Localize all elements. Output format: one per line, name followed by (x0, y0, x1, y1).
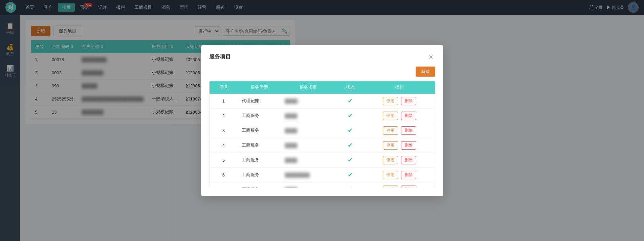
modal-col-seq: 序号 (210, 81, 238, 94)
delete-button-1[interactable]: 删除 (401, 112, 416, 120)
modal-title: 服务项目 (209, 53, 231, 61)
modal-header-row: 序号 服务类型 服务项目 状态 操作 (210, 81, 435, 94)
modal-cell-seq: 5 (210, 153, 238, 167)
modal-cell-item: ████████ (281, 167, 336, 182)
delete-button-4[interactable]: 删除 (401, 156, 416, 164)
modal-cell-item: ████ (281, 153, 336, 167)
delete-button-2[interactable]: 删除 (401, 126, 416, 135)
modal-cell-actions: 停用 删除 (365, 138, 435, 153)
modal-col-action: 操作 (365, 81, 435, 94)
stop-button-5[interactable]: 停用 (383, 171, 398, 179)
modal-cell-actions: 停用 删除 (365, 94, 435, 109)
modal-cell-status: ✔ (336, 153, 365, 167)
modal-cell-type: 工商服务 (238, 153, 281, 167)
modal-cell-status: ✔ (336, 123, 365, 138)
modal-cell-seq: 7 (210, 182, 238, 188)
modal-cell-status: ✔ (336, 94, 365, 109)
modal-cell-seq: 1 (210, 94, 238, 109)
modal-table-wrap: 序号 服务类型 服务项目 状态 操作 1 代理记账 ████1 ✔ 停用 删除 … (209, 81, 435, 188)
modal-close-button[interactable]: ✕ (427, 53, 435, 61)
modal-cell-seq: 6 (210, 167, 238, 182)
modal-cell-type: 代理记账 (238, 94, 281, 109)
modal-cell-status: ✔ (336, 108, 365, 123)
modal-col-item: 服务项目 (281, 81, 336, 94)
delete-button-0[interactable]: 删除 (401, 97, 416, 105)
stop-button-3[interactable]: 停用 (383, 141, 398, 150)
modal-cell-type: 工商服务 (238, 182, 281, 188)
modal-cell-item: ████ (281, 182, 336, 188)
modal-table-row: 4 工商服务 ████ ✔ 停用 删除 (210, 138, 435, 153)
modal-cell-item: ████ (281, 108, 336, 123)
modal-cell-actions: 停用 删除 (365, 108, 435, 123)
modal-col-status: 状态 (336, 81, 365, 94)
modal-cell-item: ████ (281, 138, 336, 153)
modal-cell-type: 工商服务 (238, 123, 281, 138)
modal-cell-status: ✔ (336, 138, 365, 153)
stop-button-4[interactable]: 停用 (383, 156, 398, 164)
modal-cell-actions: 停用 删除 (365, 153, 435, 167)
delete-button-5[interactable]: 删除 (401, 171, 416, 179)
modal-cell-type: 工商服务 (238, 108, 281, 123)
modal-toolbar: 新建 (209, 67, 435, 77)
modal-cell-seq: 2 (210, 108, 238, 123)
delete-button-6[interactable]: 删除 (401, 186, 416, 188)
modal-cell-actions: 停用 删除 (365, 182, 435, 188)
modal-table-row: 5 工商服务 ████ ✔ 停用 删除 (210, 153, 435, 167)
service-modal: 服务项目 ✕ 新建 序号 服务类型 服务项目 状态 操作 1 代理记账 ████… (201, 45, 443, 196)
modal-table-row: 3 工商服务 ████ ✔ 停用 删除 (210, 123, 435, 138)
modal-cell-actions: 停用 删除 (365, 123, 435, 138)
stop-button-1[interactable]: 停用 (383, 112, 398, 120)
modal-cell-item: ████1 (281, 94, 336, 109)
delete-button-3[interactable]: 删除 (401, 141, 416, 150)
modal-cell-type: 工商服务 (238, 167, 281, 182)
modal-cell-item: ████ (281, 123, 336, 138)
modal-service-table: 序号 服务类型 服务项目 状态 操作 1 代理记账 ████1 ✔ 停用 删除 … (210, 81, 435, 188)
modal-cell-seq: 4 (210, 138, 238, 153)
stop-button-6[interactable]: 停用 (383, 186, 398, 188)
modal-table-row: 7 工商服务 ████ ✔ 停用 删除 (210, 182, 435, 188)
stop-button-0[interactable]: 停用 (383, 97, 398, 105)
modal-cell-status: ✔ (336, 182, 365, 188)
modal-cell-seq: 3 (210, 123, 238, 138)
stop-button-2[interactable]: 停用 (383, 126, 398, 135)
modal-cell-actions: 停用 删除 (365, 167, 435, 182)
create-service-button[interactable]: 新建 (416, 67, 435, 77)
modal-col-type: 服务类型 (238, 81, 281, 94)
modal-table-row: 1 代理记账 ████1 ✔ 停用 删除 (210, 94, 435, 109)
modal-cell-type: 工商服务 (238, 138, 281, 153)
modal-header: 服务项目 ✕ (209, 53, 435, 61)
modal-table-row: 2 工商服务 ████ ✔ 停用 删除 (210, 108, 435, 123)
modal-cell-status: ✔ (336, 167, 365, 182)
modal-table-row: 6 工商服务 ████████ ✔ 停用 删除 (210, 167, 435, 182)
